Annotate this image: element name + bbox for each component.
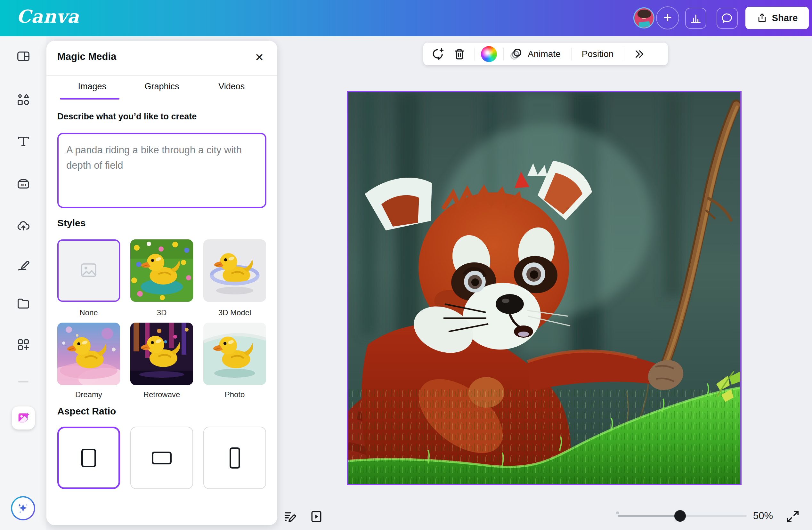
shapes-icon	[16, 92, 31, 107]
style-card-dreamy[interactable]	[57, 323, 120, 385]
animate-button-icon[interactable]	[509, 45, 524, 63]
style-label-none: None	[57, 308, 120, 317]
insights-button[interactable]	[685, 8, 706, 29]
color-picker-button[interactable]	[480, 45, 498, 63]
styles-row-2	[57, 323, 266, 385]
style-card-3d-model[interactable]	[203, 239, 266, 302]
position-button[interactable]: Position	[577, 49, 619, 59]
style-label-retrowave: Retrowave	[130, 390, 193, 399]
expand-icon	[785, 509, 800, 524]
ratio-card-landscape[interactable]	[130, 427, 193, 489]
sidebar-item-draw[interactable]	[0, 250, 46, 281]
comments-button[interactable]	[716, 8, 738, 29]
draw-icon	[16, 258, 31, 273]
sidebar-item-magic-media-active[interactable]	[12, 407, 35, 429]
sidebar-item-text[interactable]	[0, 126, 46, 157]
plus-icon: +	[664, 10, 672, 25]
present-button[interactable]	[308, 508, 325, 525]
prompt-input[interactable]	[57, 133, 266, 208]
styles-row-2-labels: Dreamy Retrowave Photo	[57, 390, 266, 399]
style-card-none[interactable]	[57, 239, 120, 302]
zoom-slider-min-marker	[616, 512, 619, 514]
tab-videos[interactable]: Videos	[197, 76, 266, 100]
share-label: Share	[772, 13, 798, 24]
sidebar-item-projects[interactable]	[0, 288, 46, 319]
image-placeholder-icon	[59, 241, 119, 300]
square-ratio-icon	[81, 449, 96, 467]
canva-logo[interactable]: Canva	[17, 6, 79, 27]
animate-button[interactable]: Animate	[526, 49, 566, 59]
add-member-button[interactable]: +	[656, 6, 679, 29]
toolbar-divider	[624, 48, 624, 60]
avatar[interactable]	[633, 8, 654, 29]
design-icon	[16, 49, 31, 64]
style-card-photo[interactable]	[203, 323, 266, 385]
styles-label: Styles	[57, 218, 86, 229]
toolbar-divider	[474, 48, 475, 60]
portrait-ratio-icon	[230, 447, 240, 469]
animate-icon	[509, 47, 523, 61]
style-3d-thumbnail	[130, 239, 193, 302]
tab-images-label: Images	[78, 82, 107, 91]
bar-chart-icon	[690, 12, 702, 25]
sidebar-item-uploads[interactable]	[0, 210, 46, 241]
style-3d-model-thumbnail	[203, 239, 266, 302]
style-card-retrowave[interactable]	[130, 323, 193, 385]
style-dreamy-thumbnail	[57, 323, 120, 385]
notes-icon	[283, 509, 298, 524]
close-icon: ✕	[255, 51, 264, 64]
sidebar: co	[0, 36, 46, 530]
tab-graphics-label: Graphics	[144, 82, 179, 91]
tab-graphics[interactable]: Graphics	[127, 76, 197, 100]
styles-row-1	[57, 239, 266, 302]
brand-icon: co	[16, 176, 31, 191]
ratio-card-portrait[interactable]	[203, 427, 266, 489]
canvas-toolbar: Animate Position	[423, 43, 668, 65]
sidebar-divider	[18, 381, 29, 382]
zoom-slider-handle[interactable]	[674, 510, 686, 522]
avatar-hair	[638, 10, 651, 18]
ai-assistant-button[interactable]	[11, 496, 35, 520]
active-tab-underline	[60, 98, 119, 100]
text-icon	[16, 134, 31, 149]
close-panel-button[interactable]: ✕	[251, 49, 268, 65]
sidebar-item-brand[interactable]: co	[0, 168, 46, 199]
upload-icon	[757, 13, 768, 24]
aspect-ratio-label: Aspect Ratio	[57, 406, 116, 417]
avatar-book	[638, 21, 650, 27]
style-card-3d[interactable]	[130, 239, 193, 302]
fullscreen-button[interactable]	[784, 507, 802, 526]
style-label-3d-model: 3D Model	[203, 308, 266, 317]
ratio-card-square[interactable]	[57, 427, 120, 489]
red-panda-artwork	[348, 92, 740, 484]
toolbar-divider	[571, 48, 571, 60]
share-button[interactable]: Share	[745, 7, 809, 29]
sidebar-item-elements[interactable]	[0, 84, 46, 115]
sparkles-icon	[16, 501, 30, 515]
tab-images[interactable]: Images	[57, 76, 127, 100]
zoom-slider-fill	[618, 515, 680, 517]
chevron-double-right-icon	[633, 48, 645, 60]
toolbar-divider	[503, 48, 504, 60]
panel-header: Magic Media ✕	[46, 41, 277, 76]
styles-row-1-labels: None 3D 3D Model	[57, 308, 266, 317]
style-label-dreamy: Dreamy	[57, 390, 120, 399]
add-comment-button[interactable]	[429, 45, 448, 63]
sidebar-item-design[interactable]	[0, 41, 46, 72]
describe-label: Describe what you’d like to create	[57, 112, 197, 122]
comment-plus-icon	[431, 47, 445, 61]
zoom-level: 50%	[753, 510, 773, 522]
trash-icon	[453, 47, 466, 61]
landscape-ratio-icon	[152, 452, 172, 465]
more-toolbar-options-button[interactable]	[629, 45, 648, 63]
selected-generated-image[interactable]	[347, 91, 742, 485]
sidebar-item-apps[interactable]	[0, 329, 46, 360]
top-bar: Canva + Share	[0, 0, 812, 36]
style-retrowave-thumbnail	[130, 323, 193, 385]
panel-title: Magic Media	[57, 51, 116, 62]
delete-button[interactable]	[450, 45, 469, 63]
notes-button[interactable]	[282, 508, 299, 525]
panel-tabs: Images Graphics Videos	[57, 76, 266, 100]
style-label-photo: Photo	[203, 390, 266, 399]
style-label-3d: 3D	[130, 308, 193, 317]
